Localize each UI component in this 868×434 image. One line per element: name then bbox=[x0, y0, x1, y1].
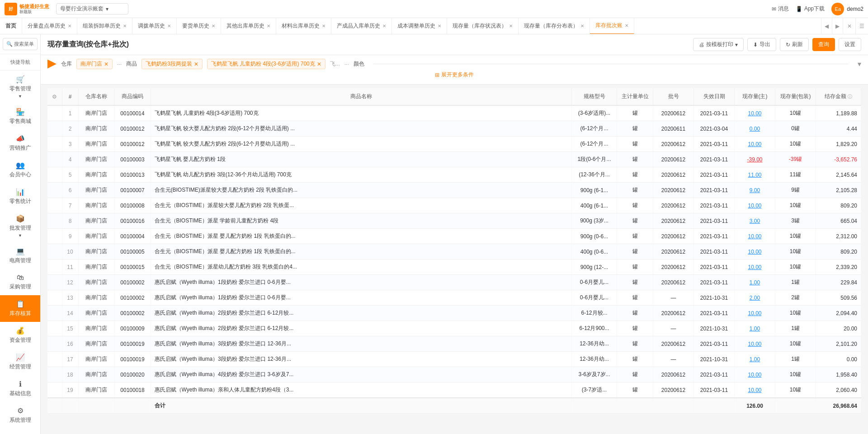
sidebar-item-system[interactable]: ⚙ 系统管理 bbox=[0, 402, 40, 429]
cell-stock-main[interactable]: 10.00 bbox=[735, 306, 775, 321]
cell-stock-main[interactable]: 1.00 bbox=[735, 275, 775, 290]
template-print-button[interactable]: 🖨 按模板打印 ▾ bbox=[693, 38, 744, 51]
query-button[interactable]: 查询 bbox=[812, 38, 835, 51]
cell-stock-main[interactable]: 9.00 bbox=[735, 183, 775, 198]
sidebar-item-retail[interactable]: 🛒 零售管理 ▼ bbox=[0, 71, 40, 103]
product-tag-1-close[interactable]: ✕ bbox=[194, 61, 198, 67]
settings-button[interactable]: 设置 bbox=[839, 38, 861, 51]
export-button[interactable]: ⬇ 导出 bbox=[747, 38, 776, 51]
sidebar-item-finance[interactable]: 💰 资金管理 bbox=[0, 322, 40, 349]
nav-close-all-button[interactable]: ✕ bbox=[843, 18, 855, 34]
nav-menu-button[interactable]: ☰ bbox=[855, 18, 868, 34]
cell-stock-main[interactable]: 10.00 bbox=[735, 259, 775, 275]
tab-close-stock-dist[interactable]: ✕ bbox=[580, 24, 584, 28]
cell-stock-main[interactable]: 11.00 bbox=[735, 167, 775, 183]
cell-name: 飞鹤星飞帆 较大婴儿配方奶粉 2段(6-12个月婴幼儿适用) ... bbox=[151, 137, 572, 152]
cell-balance: 229.84 bbox=[816, 275, 861, 290]
cell-stock-main[interactable]: 3.00 bbox=[735, 213, 775, 229]
cell-balance: 2,339.20 bbox=[816, 259, 861, 275]
tab-material-out[interactable]: 材料出库单历史 ✕ bbox=[276, 18, 331, 34]
cell-stock-main[interactable]: -39.00 bbox=[735, 152, 775, 167]
export-icon: ⬇ bbox=[753, 42, 758, 48]
tab-close-other-out[interactable]: ✕ bbox=[267, 24, 270, 28]
sidebar-item-business[interactable]: 📈 经营管理 bbox=[0, 349, 40, 375]
sidebar-item-inventory[interactable]: 📋 库存核算 bbox=[0, 295, 40, 322]
user-profile[interactable]: Ea demo2 bbox=[831, 3, 863, 15]
cell-stock-main[interactable]: 2.00 bbox=[735, 290, 775, 306]
tab-close-requisition[interactable]: ✕ bbox=[212, 24, 215, 28]
tab-product-in[interactable]: 产成品入库单历史 ✕ bbox=[331, 18, 392, 34]
product-tag-2-close[interactable]: ✕ bbox=[317, 61, 321, 67]
cell-stock-main[interactable]: 10.00 bbox=[735, 198, 775, 213]
cell-num: 19 bbox=[62, 382, 78, 398]
cell-batch: 20200612 bbox=[653, 336, 694, 352]
cell-stock-main[interactable]: 0.00 bbox=[735, 121, 775, 137]
workspace-selector[interactable]: 母婴行业演示账套 ▾ bbox=[56, 3, 128, 14]
color-label: 颜色 bbox=[354, 60, 364, 68]
app-download-button[interactable]: 📱 App下载 bbox=[796, 5, 825, 13]
cell-num: 11 bbox=[62, 259, 78, 275]
sidebar-item-retail-stats[interactable]: 📊 零售统计 bbox=[0, 183, 40, 210]
tab-split-inventory[interactable]: 分量盘点单历史 ✕ bbox=[22, 18, 77, 34]
settings-icon[interactable]: ⚙ bbox=[52, 94, 57, 100]
color-dropdown-arrow[interactable]: ▾ bbox=[858, 60, 861, 68]
cell-balance: 809.20 bbox=[816, 244, 861, 259]
cell-stock-main[interactable]: 1.00 bbox=[735, 352, 775, 367]
info-icon[interactable]: ⓘ bbox=[848, 94, 852, 99]
cell-unit: 罐 bbox=[617, 321, 653, 336]
tab-close-mix[interactable]: ✕ bbox=[167, 24, 171, 28]
cell-balance: 2,101.20 bbox=[816, 336, 861, 352]
tab-stock-status[interactable]: 现存量（库存状况表） ✕ bbox=[447, 18, 519, 34]
tab-close-split-inventory[interactable]: ✕ bbox=[68, 24, 71, 28]
sidebar-item-ecommerce[interactable]: 💻 电商管理 bbox=[0, 242, 40, 269]
sidebar-item-purchase[interactable]: 🛍 采购管理 bbox=[0, 269, 40, 295]
tab-close-disassemble[interactable]: ✕ bbox=[123, 24, 127, 28]
table-row: 4 南岸门店 00100003 飞鹤星飞帆 婴儿配方奶粉 1段 1段(0-6个月… bbox=[47, 152, 861, 167]
cell-warehouse: 南岸门店 bbox=[78, 306, 114, 321]
tab-close-material-out[interactable]: ✕ bbox=[322, 24, 326, 28]
cell-stock-main[interactable]: 10.00 bbox=[735, 105, 775, 121]
tab-cost-adjust[interactable]: 成本调整单历史 ✕ bbox=[392, 18, 447, 34]
nav-tabs: 首页 分量盘点单历史 ✕ 组装拆卸单历史 ✕ 调拨单历史 ✕ 要货单历史 ✕ 其… bbox=[0, 18, 868, 34]
cell-stock-main[interactable]: 10.00 bbox=[735, 382, 775, 398]
cell-balance: 2,145.64 bbox=[816, 167, 861, 183]
tab-batch-ledger[interactable]: 库存批次账 ✕ bbox=[590, 18, 634, 34]
sidebar-item-retail-shop[interactable]: 🏪 零售商城 bbox=[0, 103, 40, 130]
warehouse-tag-close[interactable]: ✕ bbox=[104, 61, 108, 67]
refresh-button[interactable]: ↻ 刷新 bbox=[780, 38, 809, 51]
cell-stock-main[interactable]: 10.00 bbox=[735, 137, 775, 152]
tab-close-stock-status[interactable]: ✕ bbox=[509, 24, 513, 28]
cell-stock-main[interactable]: 10.00 bbox=[735, 244, 775, 259]
tab-requisition[interactable]: 要货单历史 ✕ bbox=[177, 18, 221, 34]
tab-disassemble[interactable]: 组装拆卸单历史 ✕ bbox=[77, 18, 132, 34]
tab-close-batch-ledger[interactable]: ✕ bbox=[625, 23, 628, 28]
sidebar-item-members[interactable]: 👥 会员中心 bbox=[0, 156, 40, 183]
cell-stock-main[interactable]: 10.00 bbox=[735, 336, 775, 352]
cell-stock-main[interactable]: 1.00 bbox=[735, 321, 775, 336]
cell-stock-main[interactable]: 10.00 bbox=[735, 367, 775, 382]
sidebar-quick-nav[interactable]: 快捷导航 bbox=[0, 56, 40, 68]
sidebar-item-basic[interactable]: ℹ 基础信息 bbox=[0, 375, 40, 402]
sidebar-item-enterprise[interactable]: 🤝 企业协同 bbox=[0, 429, 40, 434]
filter-expand-triangle[interactable] bbox=[47, 60, 57, 69]
search-menu-button[interactable]: 🔍 搜索菜单 bbox=[3, 38, 38, 50]
sidebar-item-wholesale[interactable]: 📦 批发管理 ▼ bbox=[0, 210, 40, 242]
nav-prev-button[interactable]: ◀ bbox=[821, 18, 832, 34]
cell-settings bbox=[47, 382, 62, 398]
tab-home[interactable]: 首页 bbox=[0, 18, 22, 34]
expand-button[interactable]: ⊞ 展开更多条件 bbox=[435, 71, 474, 79]
tab-mix[interactable]: 调拨单历史 ✕ bbox=[132, 18, 177, 34]
tab-close-cost-adjust[interactable]: ✕ bbox=[438, 24, 441, 28]
sidebar-item-marketing[interactable]: 📣 营销推广 bbox=[0, 130, 40, 156]
th-settings[interactable]: ⚙ bbox=[47, 88, 62, 105]
tab-other-out[interactable]: 其他出库单历史 ✕ bbox=[221, 18, 276, 34]
inventory-table: ⚙ # 仓库名称 商品编码 商品名称 规格型号 主计量单位 批号 失效日期 现存… bbox=[47, 88, 861, 414]
nav-next-button[interactable]: ▶ bbox=[832, 18, 843, 34]
cell-spec: (3-7岁适... bbox=[572, 382, 617, 398]
cell-stock-main[interactable]: 10.00 bbox=[735, 229, 775, 244]
cell-num: 9 bbox=[62, 229, 78, 244]
messages-button[interactable]: ✉ 消息 bbox=[772, 5, 789, 13]
tab-close-product-in[interactable]: ✕ bbox=[382, 24, 386, 28]
cell-settings bbox=[47, 306, 62, 321]
tab-stock-dist[interactable]: 现存量（库存分布表） ✕ bbox=[519, 18, 590, 34]
